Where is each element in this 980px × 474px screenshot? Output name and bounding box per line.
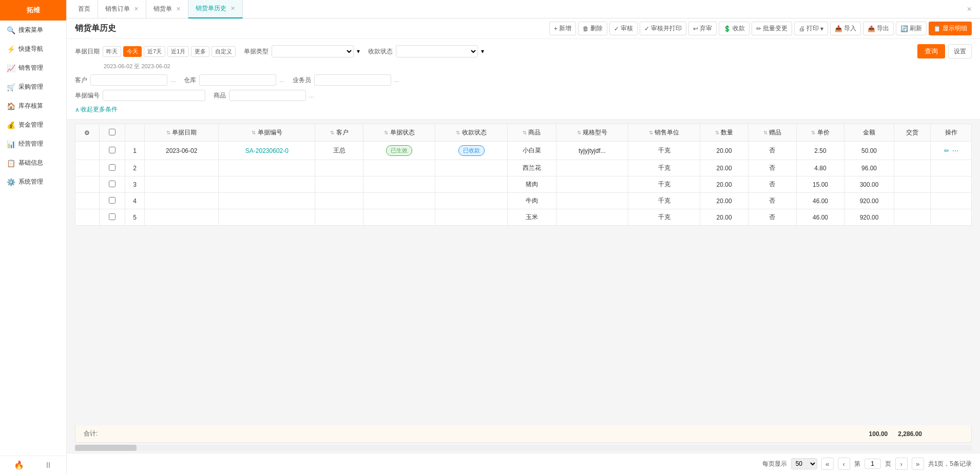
prev-page-btn[interactable]: ‹ bbox=[838, 458, 850, 470]
row-checkbox[interactable] bbox=[109, 147, 116, 153]
row-checkbox[interactable] bbox=[109, 213, 116, 220]
row-checkbox[interactable] bbox=[109, 164, 116, 171]
goods-input[interactable] bbox=[229, 90, 306, 101]
first-page-btn[interactable]: « bbox=[821, 458, 834, 470]
close-all-tabs[interactable]: ✕ bbox=[963, 6, 976, 13]
7days-btn[interactable]: 近7天 bbox=[144, 46, 165, 57]
page-number-input[interactable] bbox=[864, 459, 881, 469]
import-button[interactable]: 📥 导入 bbox=[830, 22, 861, 35]
query-button[interactable]: 查询 bbox=[917, 44, 945, 58]
sidebar-item-sales-mgmt[interactable]: 📈 销售管理 bbox=[0, 58, 66, 77]
batch-change-button[interactable]: ✏ 批量变更 bbox=[752, 22, 792, 35]
goods-col-header[interactable]: ⇅ 商品 bbox=[507, 124, 556, 142]
checkbox-cell[interactable] bbox=[99, 142, 125, 160]
new-button[interactable]: + 新增 bbox=[549, 22, 576, 35]
sidebar-item-basic-info[interactable]: 📋 基础信息 bbox=[0, 153, 66, 172]
system-mgmt-icon: ⚙️ bbox=[6, 178, 15, 186]
checkbox-cell[interactable] bbox=[99, 176, 125, 193]
setting-button[interactable]: 设置 bbox=[948, 44, 972, 58]
doc-num-cell[interactable] bbox=[219, 176, 315, 193]
display-detail-button[interactable]: 📋 显示明细 bbox=[929, 22, 972, 35]
tab-sales-history-close[interactable]: ✕ bbox=[230, 5, 235, 12]
collapse-button[interactable]: ∧ 收起更多条件 bbox=[75, 105, 972, 114]
sidebar-item-system-mgmt[interactable]: ⚙️ 系统管理 bbox=[0, 172, 66, 191]
staff-more-icon[interactable]: ... bbox=[394, 76, 399, 84]
export-button[interactable]: 📤 导出 bbox=[863, 22, 894, 35]
doc-num-col-header[interactable]: ⇅ 单据编号 bbox=[219, 124, 315, 142]
row-checkbox[interactable] bbox=[109, 181, 116, 187]
sidebar-item-operations[interactable]: 📊 经营管理 bbox=[0, 134, 66, 153]
delete-button[interactable]: 🗑 删除 bbox=[578, 22, 607, 35]
payment-status-col-header[interactable]: ⇅ 收款状态 bbox=[435, 124, 507, 142]
customer-input[interactable] bbox=[90, 74, 167, 86]
sidebar-item-inventory[interactable]: 🏠 库存核算 bbox=[0, 96, 66, 115]
tab-sales-order[interactable]: 销售订单 ✕ bbox=[98, 0, 146, 18]
more-action[interactable]: ⋯ bbox=[952, 147, 958, 154]
rownum-cell: 4 bbox=[125, 193, 144, 209]
yesterday-btn[interactable]: 昨天 bbox=[103, 46, 121, 57]
sidebar-item-search-menu[interactable]: 🔍 搜索菜单 bbox=[0, 21, 66, 40]
customer-col-header[interactable]: ⇅ 客户 bbox=[315, 124, 363, 142]
checkbox-cell[interactable] bbox=[99, 193, 125, 209]
staff-input[interactable] bbox=[314, 74, 391, 86]
doc-num-input[interactable] bbox=[103, 90, 205, 101]
more-btn[interactable]: 更多 bbox=[191, 46, 209, 57]
doc-date-cell bbox=[145, 160, 219, 176]
customer-more-icon[interactable]: ... bbox=[170, 76, 176, 84]
payment-status-select[interactable] bbox=[396, 45, 478, 57]
tab-sales-goods[interactable]: 销货单 ✕ bbox=[146, 0, 188, 18]
audit-button[interactable]: ✓ 审核 bbox=[609, 22, 638, 35]
sidebar-fire-icon[interactable]: 🔥 bbox=[14, 460, 24, 470]
collect-button[interactable]: 💲 收款 bbox=[719, 22, 750, 35]
checkbox-cell[interactable] bbox=[99, 209, 125, 226]
today-btn[interactable]: 今天 bbox=[123, 46, 142, 57]
goods-more-icon[interactable]: ... bbox=[309, 92, 314, 99]
per-page-select[interactable]: 50 100 bbox=[791, 458, 817, 469]
doc-type-select[interactable] bbox=[272, 45, 354, 57]
amount-cell: 300.00 bbox=[844, 176, 894, 193]
next-page-btn[interactable]: › bbox=[895, 458, 908, 470]
price-cell: 15.00 bbox=[796, 176, 844, 193]
warehouse-input[interactable] bbox=[199, 74, 276, 86]
checkbox-cell[interactable] bbox=[99, 160, 125, 176]
refresh-button[interactable]: 🔄 刷新 bbox=[896, 22, 927, 35]
scrollbar-thumb[interactable] bbox=[75, 445, 137, 451]
gift-col-header[interactable]: ⇅ 赠品 bbox=[748, 124, 796, 142]
tab-sales-goods-close[interactable]: ✕ bbox=[176, 6, 181, 12]
select-all-checkbox[interactable] bbox=[109, 129, 116, 135]
qty-col-header[interactable]: ⇅ 数量 bbox=[700, 124, 748, 142]
doc-num-link[interactable]: SA-20230602-0 bbox=[245, 147, 289, 154]
sidebar-item-finance[interactable]: 💰 资金管理 bbox=[0, 115, 66, 134]
doc-num-cell[interactable] bbox=[219, 160, 315, 176]
tab-sales-history[interactable]: 销货单历史 ✕ bbox=[188, 0, 243, 18]
last-page-btn[interactable]: » bbox=[912, 458, 924, 470]
doc-status-col-header[interactable]: ⇅ 单据状态 bbox=[363, 124, 435, 142]
warehouse-more-icon[interactable]: ... bbox=[279, 76, 284, 84]
gift-col-label: 赠品 bbox=[769, 129, 781, 136]
checkbox-col-header[interactable] bbox=[99, 124, 125, 142]
tab-home[interactable]: 首页 bbox=[71, 0, 98, 18]
settings-col-header[interactable]: ⚙ bbox=[75, 124, 100, 142]
edit-action[interactable]: ✏ bbox=[944, 147, 949, 154]
goods-filter-group: 商品 ... bbox=[214, 90, 314, 101]
horizontal-scrollbar[interactable] bbox=[75, 445, 972, 451]
sidebar-item-purchase-mgmt[interactable]: 🛒 采购管理 bbox=[0, 77, 66, 96]
sidebar-pause-icon[interactable]: ⏸ bbox=[44, 461, 52, 470]
custom-btn[interactable]: 自定义 bbox=[212, 46, 236, 57]
audit-print-button[interactable]: ✓ 审核并打印 bbox=[640, 22, 686, 35]
doc-num-cell[interactable]: SA-20230602-0 bbox=[219, 142, 315, 160]
abandon-button[interactable]: ↩ 弃审 bbox=[688, 22, 717, 35]
actions-cell: ✏ ⋯ bbox=[931, 142, 972, 160]
print-button[interactable]: 🖨 打印 ▾ bbox=[794, 22, 828, 35]
unit-col-header[interactable]: ⇅ 销售单位 bbox=[628, 124, 700, 142]
1month-btn[interactable]: 近1月 bbox=[167, 46, 189, 57]
doc-date-col-header[interactable]: ⇅ 单据日期 bbox=[145, 124, 219, 142]
sidebar-item-quick-nav[interactable]: ⚡ 快捷导航 bbox=[0, 40, 66, 58]
row-checkbox[interactable] bbox=[109, 197, 116, 204]
doc-num-cell[interactable] bbox=[219, 209, 315, 226]
spec-col-header[interactable]: ⇅ 规格型号 bbox=[556, 124, 628, 142]
table-settings-btn[interactable]: ⚙ bbox=[84, 129, 90, 136]
price-col-header[interactable]: ⇅ 单价 bbox=[796, 124, 844, 142]
doc-num-cell[interactable] bbox=[219, 193, 315, 209]
tab-sales-order-close[interactable]: ✕ bbox=[134, 6, 139, 12]
